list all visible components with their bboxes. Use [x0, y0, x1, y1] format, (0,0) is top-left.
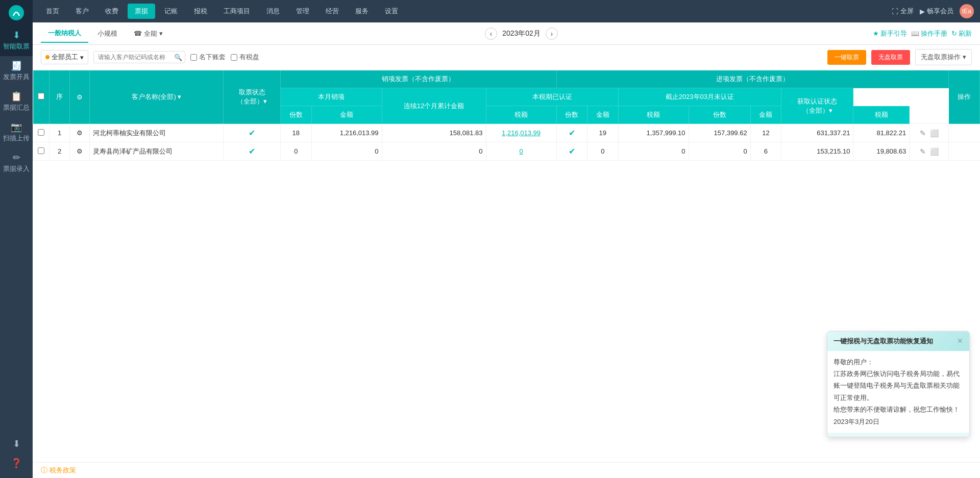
phone-icon: ☎	[134, 30, 142, 37]
col-purchase-tax: 税额	[618, 106, 689, 124]
nav-message[interactable]: 消息	[259, 4, 287, 19]
no-disk-btn[interactable]: 无盘取票	[871, 50, 910, 65]
row-sales-qty: 18	[281, 124, 312, 142]
sidebar-item-label: 发票开具	[3, 72, 30, 82]
row-settings[interactable]: ⚙	[70, 124, 90, 142]
chevron-down-icon: ▾	[159, 30, 163, 37]
avatar[interactable]: tEa	[960, 4, 974, 18]
table-row: 1 ⚙ 河北柯蒂柚实业有限公司 ✔ 18 1,216,013.99 158,08…	[33, 124, 980, 142]
tab-general-taxpayer[interactable]: 一般纳税人	[41, 24, 88, 43]
row-purchase-qty: 19	[587, 124, 619, 142]
row-purchase-tax: 157,399.62	[689, 124, 750, 142]
edit-btn[interactable]: ✎	[920, 129, 926, 137]
select-all-checkbox[interactable]	[38, 93, 44, 99]
manual-btn[interactable]: 📖 操作手册	[911, 29, 947, 38]
nav-settings[interactable]: 设置	[378, 4, 405, 19]
next-month-btn[interactable]: ›	[546, 28, 558, 40]
notification-text: 江苏政务网已恢访问电子税务局功能，易代账一键登陆电子税务局与无盘取票相关功能可正…	[834, 368, 963, 404]
smart-fetch-icon: ⬇	[13, 31, 20, 40]
tab-actions: ★ 新手引导 📖 操作手册 ↻ 刷新	[873, 29, 972, 38]
checkbox-tax-input[interactable]	[231, 54, 237, 61]
row-uncert-qty: 6	[750, 142, 781, 161]
nav-tax[interactable]: 报税	[187, 4, 214, 19]
view-btn[interactable]: ⬜	[930, 147, 939, 156]
notification-body: 尊敬的用户： 江苏政务网已恢访问电子税务局功能，易代账一键登陆电子税务局与无盘取…	[827, 351, 969, 433]
notification-close-btn[interactable]: ✕	[957, 337, 963, 345]
row-customer: 灵寿县尚泽矿产品有限公司	[90, 142, 224, 161]
nav-business[interactable]: 工商项目	[216, 4, 257, 19]
row-checkbox[interactable]	[33, 124, 50, 142]
table-row: 2 ⚙ 灵寿县尚泽矿产品有限公司 ✔ 0 0 0 0 ✔ 0 0 0 6 153…	[33, 142, 980, 161]
nav-service[interactable]: 服务	[348, 4, 376, 19]
notification-date: 2023年3月20日	[834, 416, 963, 427]
col-subgroup-current-month: 本月销项	[281, 88, 382, 106]
row-checkbox[interactable]	[33, 142, 50, 161]
star-icon: ★	[873, 30, 879, 37]
invoice-open-icon: 🧾	[11, 61, 22, 70]
row-purchase-tax: 0	[689, 142, 750, 161]
fullscreen-label: 全屏	[900, 7, 914, 16]
fullscreen-btn[interactable]: ⛶ 全屏	[892, 7, 914, 16]
edit-btn[interactable]: ✎	[920, 147, 926, 156]
sidebar-item-download[interactable]: ⬇	[0, 434, 33, 454]
invoice-summary-icon: 📋	[11, 92, 22, 101]
book-icon: 📖	[911, 30, 919, 37]
fullscreen-icon: ⛶	[892, 8, 898, 15]
nav-home[interactable]: 首页	[39, 4, 66, 19]
row-sales-amount: 1,216,013.99	[311, 124, 382, 142]
tab-small-scale[interactable]: 小规模	[90, 25, 125, 42]
download-icon: ⬇	[13, 439, 20, 448]
invoice-entry-icon: ✏	[13, 153, 20, 162]
nav-billing[interactable]: 收费	[98, 4, 126, 19]
new-guide-btn[interactable]: ★ 新手引导	[873, 29, 907, 38]
nav-customer[interactable]: 客户	[68, 4, 96, 19]
tax-policy-link[interactable]: ⓘ 税务政策	[41, 466, 76, 475]
member-btn[interactable]: ▶ 畅享会员	[920, 7, 953, 16]
row-purchase-amount: 1,357,999.10	[618, 124, 689, 142]
nav-operation[interactable]: 经营	[318, 4, 346, 19]
member-icon: ▶	[920, 8, 925, 15]
tab-all[interactable]: ☎ 全能 ▾	[127, 25, 170, 42]
row-cert-status: ✔	[556, 142, 587, 161]
employee-select[interactable]: 全部员工 ▾	[41, 50, 88, 64]
row-sales-amount: 0	[311, 142, 382, 161]
nav-bookkeeping[interactable]: 记账	[157, 4, 185, 19]
sidebar-item-help[interactable]: ❓	[0, 454, 33, 473]
checkbox-account[interactable]: 名下账套	[190, 53, 226, 62]
info-icon: ⓘ	[41, 466, 47, 475]
search-input[interactable]	[93, 51, 185, 63]
notification-apology: 给您带来的不便敬请谅解，祝您工作愉快！	[834, 404, 963, 415]
row-cumulative: 1,216,013.99	[486, 124, 556, 142]
view-btn[interactable]: ⬜	[930, 129, 939, 137]
col-no: 序	[50, 70, 70, 124]
sidebar-item-scan-upload[interactable]: 📷 扫描上传	[0, 117, 33, 148]
sidebar-item-smart-fetch[interactable]: ⬇ 智能取票	[0, 26, 33, 56]
checkbox-tax[interactable]: 有税盘	[231, 53, 259, 62]
nav-invoice[interactable]: 票据	[128, 4, 155, 19]
prev-month-btn[interactable]: ‹	[485, 28, 497, 40]
sidebar-logo	[0, 0, 33, 26]
row-actions: ✎ ⬜	[910, 142, 949, 161]
col-purchase-qty: 份数	[556, 106, 587, 124]
refresh-btn[interactable]: ↻ 刷新	[951, 29, 972, 38]
checkbox-account-input[interactable]	[190, 54, 197, 61]
row-settings[interactable]: ⚙	[70, 142, 90, 161]
sidebar-item-invoice-open[interactable]: 🧾 发票开具	[0, 56, 33, 87]
col-action-header: 操作	[949, 70, 980, 124]
row-purchase-qty: 0	[587, 142, 619, 161]
scan-upload-icon: 📷	[11, 122, 22, 132]
month-nav: ‹ 2023年02月 ›	[485, 28, 558, 40]
nav-manage[interactable]: 管理	[289, 4, 316, 19]
search-icon[interactable]: 🔍	[174, 54, 182, 61]
fetch-all-btn[interactable]: 一键取票	[827, 50, 866, 65]
col-cumulative: 连续12个月累计金额	[382, 88, 486, 124]
sidebar-item-invoice-summary[interactable]: 📋 票据汇总	[0, 87, 33, 117]
refresh-icon: ↻	[951, 30, 957, 37]
sidebar-item-invoice-entry[interactable]: ✏ 票据录入	[0, 148, 33, 179]
row-fetch-status: ✔	[224, 124, 281, 142]
col-cert-status: 获取认证状态（全部）▾	[781, 88, 853, 124]
no-disk-ops-btn[interactable]: 无盘取票操作 ▾	[915, 49, 972, 65]
row-actions: ✎ ⬜	[910, 124, 949, 142]
notification-title: 一键报税与无盘取票功能恢复通知	[834, 337, 953, 346]
notification-scroll[interactable]: 尊敬的用户： 江苏政务网已恢访问电子税务局功能，易代账一键登陆电子税务局与无盘取…	[834, 356, 963, 427]
